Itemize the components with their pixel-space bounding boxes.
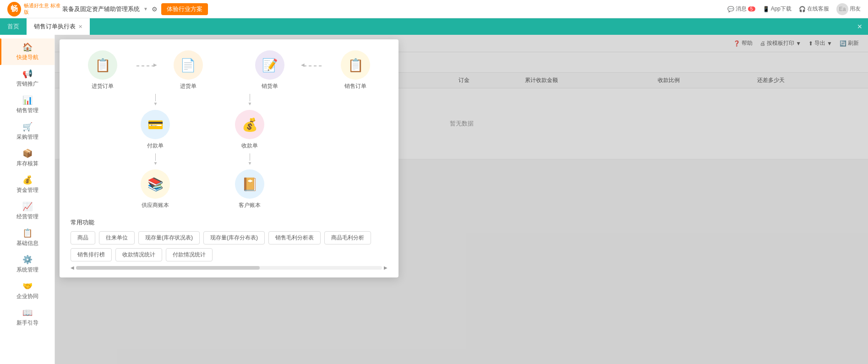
- system-icon: ⚙️: [22, 255, 33, 265]
- sidebar-item-collab[interactable]: 🤝 企业协同: [0, 277, 55, 304]
- func-btn-stock-status[interactable]: 现存量(库存状况表): [138, 231, 200, 244]
- message-label: 消息: [736, 5, 747, 13]
- flow-node-sale-order[interactable]: 📋 销售订单: [323, 50, 388, 90]
- quick-nav-label: 快捷导航: [16, 54, 38, 61]
- try-button[interactable]: 体验行业方案: [161, 3, 208, 15]
- flow-node-receipt[interactable]: 💰 收款单: [218, 110, 282, 150]
- sale-order-label: 销售订单: [344, 82, 366, 90]
- sidebar-item-system[interactable]: ⚙️ 系统管理: [0, 251, 55, 277]
- flow-node-payment[interactable]: 💳 付款单: [135, 110, 176, 150]
- supplier-ledger-icon: 📚: [147, 177, 164, 192]
- user-avatar: Ea: [836, 3, 848, 15]
- avatar-text: Ea: [839, 6, 846, 12]
- nav-tabs: 首页 销售订单执行表 ✕ ✕: [0, 18, 868, 35]
- modal-overlay[interactable]: 📋 进货订单 📄 进货单: [55, 35, 868, 364]
- func-btn-sales-margin[interactable]: 销售毛利分析表: [268, 231, 321, 244]
- purchase-order-circle: 📋: [88, 50, 117, 80]
- func-btn-counterpart[interactable]: 往来单位: [99, 231, 135, 244]
- v-arrow-sale: ▼: [218, 94, 282, 106]
- func-btn-stock-dist[interactable]: 现存量(库存分布表): [203, 231, 265, 244]
- supplier-ledger-circle: 📚: [141, 169, 170, 199]
- v-line-receipt: [250, 153, 250, 161]
- receipt-circle: 💰: [235, 110, 264, 139]
- sidebar-item-inventory[interactable]: 📦 库存核算: [0, 145, 55, 171]
- func-btn-sales-rank[interactable]: 销售排行榜: [71, 248, 112, 261]
- flow-node-supplier-ledger[interactable]: 📚 供应商账本: [135, 169, 176, 209]
- func-btn-payment-stats[interactable]: 付款情况统计: [166, 248, 213, 261]
- flow-arrow-1: [135, 65, 156, 66]
- purchase-order-icon: 📋: [95, 58, 111, 73]
- system-label: 系统管理: [16, 266, 38, 274]
- payment-icon: 💳: [147, 117, 164, 132]
- sidebar-item-purchase[interactable]: 🛒 采购管理: [0, 118, 55, 145]
- common-func-title: 常用功能: [71, 218, 388, 227]
- gear-icon[interactable]: ⚙: [152, 5, 158, 13]
- tab-home[interactable]: 首页: [0, 18, 27, 35]
- logo-icon: 畅: [7, 2, 21, 16]
- system-dropdown-icon[interactable]: ▼: [143, 6, 148, 11]
- username-label: 用友: [850, 5, 861, 13]
- sidebar-item-quick-nav[interactable]: 🏠 快捷导航: [0, 38, 55, 65]
- operations-icon: 📈: [22, 201, 33, 212]
- sales-icon: 📊: [22, 95, 33, 105]
- func-buttons-row2: 销售排行榜 收款情况统计 付款情况统计: [71, 248, 388, 261]
- online-service-label: 在线客服: [807, 5, 829, 13]
- flow-arrows-vertical: ▼ ▼: [71, 94, 388, 106]
- func-btn-product[interactable]: 商品: [71, 231, 95, 244]
- flow-node-sale-bill[interactable]: 📝 销货单: [238, 50, 302, 90]
- arrow-line-1: [136, 65, 154, 66]
- func-btn-receipt-stats[interactable]: 收款情况统计: [115, 248, 162, 261]
- supplier-ledger-label: 供应商账本: [142, 201, 169, 209]
- sale-order-circle: 📋: [341, 50, 370, 80]
- func-btn-product-margin[interactable]: 商品毛利分析: [324, 231, 371, 244]
- app-download-item[interactable]: 📱 App下载: [763, 5, 792, 13]
- flow-node-purchase-order[interactable]: 📋 进货订单: [71, 50, 135, 90]
- modal-box: 📋 进货订单 📄 进货单: [60, 39, 399, 277]
- header-right: 💬 消息 5 📱 App下载 🎧 在线客服 Ea 用友: [727, 3, 861, 15]
- system-title-area: 装备及固定资产辅助管理系统 ▼ ⚙ 体验行业方案: [62, 3, 727, 15]
- tab-home-label: 首页: [7, 22, 19, 31]
- sale-order-icon: 📋: [348, 58, 364, 73]
- app-download-label: App下载: [771, 5, 792, 13]
- tab-sales-order-label: 销售订单执行表: [34, 22, 76, 31]
- marketing-icon: 📢: [22, 69, 33, 79]
- scrollbar-left-arrow[interactable]: ◀: [71, 265, 74, 270]
- flow-arrows-vertical-2: ▼ ▼: [71, 153, 388, 166]
- tab-close-icon[interactable]: ✕: [78, 24, 82, 30]
- basic-info-label: 基础信息: [16, 239, 38, 247]
- collab-label: 企业协同: [16, 293, 38, 300]
- user-area[interactable]: Ea 用友: [836, 3, 861, 15]
- v-arrow-down-purchase: ▼: [153, 101, 158, 106]
- sidebar-item-basic-info[interactable]: 📋 基础信息: [0, 224, 55, 251]
- payment-label: 付款单: [147, 142, 164, 150]
- message-item[interactable]: 💬 消息 5: [727, 5, 755, 13]
- service-icon: 🎧: [799, 6, 806, 12]
- flow-node-customer-ledger[interactable]: 📔 客户账本: [218, 169, 282, 209]
- v-arrow-down-payment: ▼: [153, 161, 158, 166]
- message-badge: 5: [748, 6, 755, 11]
- inventory-label: 库存核算: [16, 160, 38, 168]
- flow-arrow-2: [302, 65, 323, 66]
- sidebar-item-operations[interactable]: 📈 经营管理: [0, 198, 55, 224]
- content-area: ❓ 帮助 🖨 按模板打印 ▼ ⬆ 导出 ▼ 🔄 刷新: [55, 35, 868, 364]
- system-title: 装备及固定资产辅助管理系统: [62, 5, 140, 13]
- sale-bill-icon: 📝: [262, 58, 278, 73]
- sidebar-item-finance[interactable]: 💰 资金管理: [0, 171, 55, 198]
- online-service-item[interactable]: 🎧 在线客服: [799, 5, 829, 13]
- v-line-sale: [250, 94, 250, 101]
- purchase-label: 采购管理: [16, 133, 38, 141]
- sidebar-item-sales[interactable]: 📊 销售管理: [0, 92, 55, 118]
- sidebar-item-guide[interactable]: 📖 新手引导: [0, 304, 55, 331]
- v-line-payment: [155, 153, 156, 161]
- sale-bill-label: 销货单: [262, 82, 278, 90]
- close-all-tabs-icon[interactable]: ✕: [857, 23, 863, 30]
- top-header: 畅 畅通好生意 标准版 装备及固定资产辅助管理系统 ▼ ⚙ 体验行业方案 💬 消…: [0, 0, 868, 18]
- scrollbar-right-arrow[interactable]: ▶: [384, 265, 388, 270]
- sidebar-item-marketing[interactable]: 📢 营销推广: [0, 65, 55, 92]
- v-arrow-receipt: ▼: [218, 153, 282, 166]
- purchase-bill-icon: 📄: [180, 58, 196, 73]
- scrollbar-track[interactable]: [76, 266, 382, 270]
- sale-bill-circle: 📝: [255, 50, 284, 80]
- tab-sales-order[interactable]: 销售订单执行表 ✕: [27, 18, 90, 35]
- flow-node-purchase-bill[interactable]: 📄 进货单: [156, 50, 220, 90]
